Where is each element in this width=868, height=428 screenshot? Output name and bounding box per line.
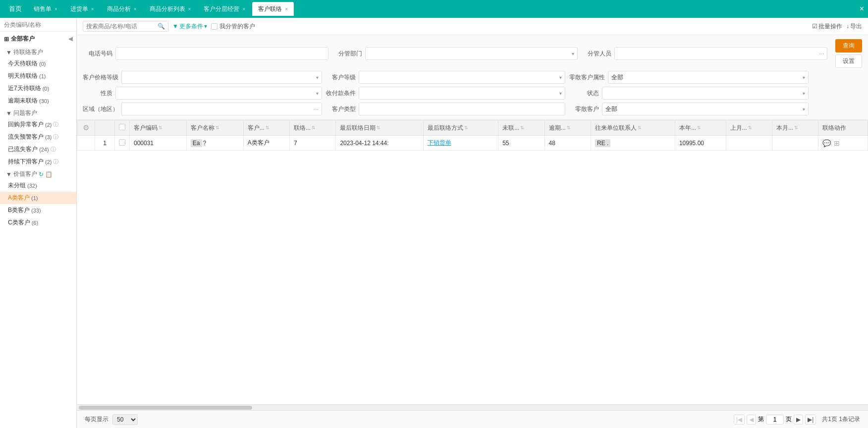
churned-info-icon[interactable]: ⓘ [51, 146, 56, 153]
scroll-thumb[interactable] [79, 406, 252, 410]
sidebar-item-declining[interactable]: 持续下滑客户 (2) ⓘ [0, 156, 76, 168]
export-btn[interactable]: ↓ 导出 [846, 22, 862, 31]
nav-tab-sales-close[interactable]: × [54, 6, 57, 12]
sidebar-item-churn-warning[interactable]: 流失预警客户 (3) ⓘ [0, 131, 76, 143]
th-name[interactable]: 客户名称 ⇅ [186, 120, 243, 136]
nav-close-all[interactable]: × [860, 4, 864, 13]
sidebar-item-today[interactable]: 今天待联络 (0) [0, 57, 76, 70]
value-group-settings-icon[interactable]: 📋 [45, 171, 53, 178]
nav-tab-analysis-list[interactable]: 商品分析列表 × [144, 2, 197, 16]
nav-tab-analysis[interactable]: 商品分析 × [101, 2, 143, 16]
th-overdue[interactable]: 逾期... ⇅ [544, 120, 591, 136]
sidebar-item-repurchase-abnormal[interactable]: 回购异常客户 (2) ⓘ [0, 118, 76, 131]
nav-tab-analysis-close[interactable]: × [134, 6, 137, 12]
th-last-date[interactable]: 最后联络日期 ⇅ [336, 120, 423, 136]
filter-phone-input[interactable] [115, 47, 328, 60]
th-this-year[interactable]: 本年... ⇅ [675, 120, 726, 136]
gear-icon[interactable]: ⚙ [83, 123, 89, 132]
filter-scatter-customer-input[interactable]: 全部 ▾ [602, 103, 809, 115]
th-unit-contact-sort: ⇅ [638, 125, 642, 130]
search-input[interactable] [86, 23, 156, 30]
sidebar-item-ungrouped[interactable]: 未分组 (32) [0, 179, 76, 192]
pagination: 每页显示 50 100 200 |◀ ◀ 第 页 ▶ ▶| 共1页 1条记录 [77, 410, 868, 428]
my-customers-check-icon[interactable] [211, 23, 217, 30]
td-gear [77, 136, 95, 151]
filter-customer-type-input[interactable] [359, 103, 565, 115]
th-code[interactable]: 客户编码 ⇅ [130, 120, 187, 136]
filter-nature-input[interactable]: ▾ [115, 87, 322, 100]
th-unit-contact[interactable]: 往来单位联系人 ⇅ [591, 120, 675, 136]
sidebar-item-churned[interactable]: 已流失客户 (24) ⓘ [0, 143, 76, 156]
nav-tab-analysis-list-close[interactable]: × [188, 6, 191, 12]
sidebar-collapse-btn[interactable]: ◀ [68, 36, 72, 42]
th-last-method-label: 最后联络方式 [428, 124, 463, 132]
horizontal-scroll[interactable] [77, 404, 868, 410]
sidebar-all-customers[interactable]: ⊞ 全部客户 ◀ [0, 32, 76, 46]
th-type[interactable]: 客户... ⇅ [243, 120, 289, 136]
sidebar-item-7days[interactable]: 近7天待联络 (0) [0, 82, 76, 95]
query-button[interactable]: 查询 [835, 39, 862, 53]
last-method-link[interactable]: 下销货单 [428, 139, 451, 146]
page-size-select[interactable]: 50 100 200 [112, 414, 138, 425]
th-not-contact[interactable]: 未联... ⇅ [498, 120, 544, 136]
filter-customer-tier-input[interactable]: ▾ [359, 71, 565, 84]
toolbar-right: ☑ 批量操作 ↓ 导出 [812, 22, 862, 31]
batch-op-btn[interactable]: ☑ 批量操作 [812, 22, 842, 31]
filter-payment-input[interactable]: ▾ [359, 87, 565, 100]
th-last-month[interactable]: 上月... ⇅ [726, 120, 772, 136]
more-conditions-btn[interactable]: ▼ 更多条件 ▾ [172, 22, 207, 31]
th-checkbox[interactable] [119, 124, 125, 130]
search-icon[interactable]: 🔍 [158, 23, 165, 30]
th-check[interactable] [115, 120, 130, 136]
page-first-btn[interactable]: |◀ [734, 415, 745, 425]
sidebar-item-class-c[interactable]: C类客户 (6) [0, 216, 76, 229]
sidebar-item-tomorrow[interactable]: 明天待联络 (1) [0, 70, 76, 82]
page-last-btn[interactable]: ▶| [805, 415, 816, 425]
filter-person-input[interactable]: ··· [614, 47, 827, 60]
row-checkbox[interactable] [119, 139, 125, 146]
my-customers-checkbox[interactable]: 我分管的客户 [211, 22, 255, 31]
td-check[interactable] [115, 136, 130, 151]
filter-scatter-attr-input[interactable]: 全部 ▾ [608, 71, 809, 84]
td-this-year: 10995.00 [675, 136, 726, 151]
declining-info-icon[interactable]: ⓘ [53, 158, 58, 165]
repurchase-info-icon[interactable]: ⓘ [53, 121, 58, 128]
action-icons: 💬 ⊞ [822, 139, 864, 147]
grid-icon[interactable]: ⊞ [834, 139, 840, 147]
sidebar-search-input[interactable] [4, 21, 77, 28]
nav-tab-purchase-close[interactable]: × [91, 6, 94, 12]
sidebar-item-class-a[interactable]: A类客户 (1) [0, 192, 76, 204]
filter-status-field: 状态 ▾ [569, 87, 809, 100]
td-last-method[interactable]: 下销货单 [423, 136, 498, 151]
table-container: ⚙ 客户编码 ⇅ [77, 120, 868, 404]
chat-icon[interactable]: 💬 [822, 139, 831, 147]
th-overdue-label: 逾期... [549, 124, 566, 132]
sidebar-item-class-b[interactable]: B类客户 (33) [0, 204, 76, 216]
filter-price-tier-input[interactable]: ▾ [121, 71, 322, 84]
ungrouped-label: 未分组 [8, 181, 26, 190]
class-b-label: B类客户 [8, 206, 30, 214]
filter-dept-input[interactable]: ▾ [365, 47, 578, 60]
th-this-month[interactable]: 本月... ⇅ [772, 120, 818, 136]
page-prev-btn[interactable]: ◀ [747, 415, 756, 425]
sidebar-item-overdue[interactable]: 逾期未联络 (30) [0, 95, 76, 107]
nav-tab-sales[interactable]: 销售单 × [28, 2, 63, 16]
settings-button[interactable]: 设置 [835, 54, 862, 68]
th-contact[interactable]: 联络... ⇅ [290, 120, 336, 136]
nav-tab-purchase[interactable]: 进货单 × [64, 2, 100, 16]
nav-tab-customer-contact-close[interactable]: × [285, 6, 288, 12]
page-next-btn[interactable]: ▶ [794, 415, 803, 425]
nav-tab-customer-tier-close[interactable]: × [242, 6, 245, 12]
th-gear[interactable]: ⚙ [77, 120, 95, 136]
nav-tab-customer-contact[interactable]: 客户联络 × [252, 2, 294, 16]
filter-dept-chevron: ▾ [572, 51, 574, 56]
page-input[interactable] [766, 415, 784, 425]
filter-status-input[interactable]: ▾ [602, 87, 809, 100]
filter-region-input[interactable]: ··· [121, 103, 322, 115]
nav-home[interactable]: 首页 [4, 4, 27, 13]
th-last-method[interactable]: 最后联络方式 ⇅ [423, 120, 498, 136]
churn-warning-info-icon[interactable]: ⓘ [53, 133, 58, 141]
value-group-refresh-icon[interactable]: ↻ [39, 171, 44, 178]
filter-scatter-attr-field: 零散客户属性 全部 ▾ [569, 71, 809, 84]
nav-tab-customer-tier[interactable]: 客户分层经营 × [198, 2, 251, 16]
